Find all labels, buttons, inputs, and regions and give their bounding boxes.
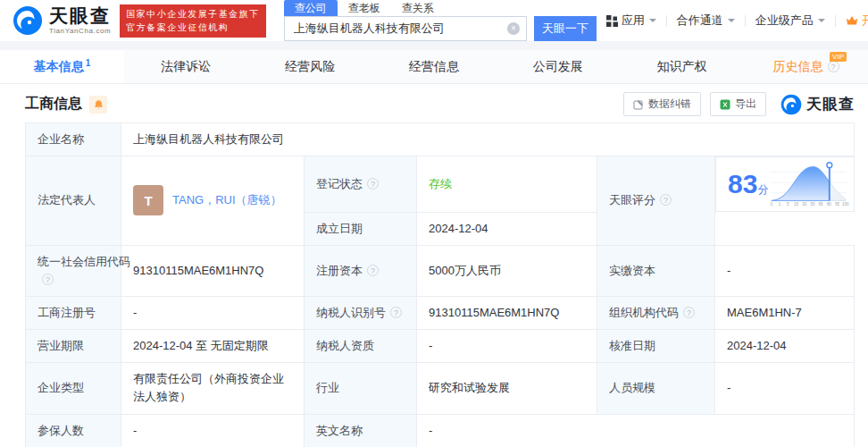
field-value-legal-rep: T TANG，RUI（唐锐） — [121, 156, 305, 246]
field-value-industry: 研究和试验发展 — [417, 363, 597, 414]
score-value: 83 — [728, 169, 757, 198]
field-label-taxpayer-qual: 纳税人资质 — [305, 330, 417, 363]
field-label-reg-capital: 注册资本 — [305, 245, 417, 296]
export-excel-icon — [720, 99, 730, 110]
question-icon[interactable] — [42, 274, 54, 285]
search-clear-icon[interactable] — [507, 22, 520, 35]
search-button[interactable]: 天眼一下 — [534, 16, 597, 41]
crown-icon — [846, 15, 858, 26]
gov-certification-badge: 国家中小企业发展子基金旗下 官方备案企业征信机构 — [120, 4, 266, 38]
svg-text:30: 30 — [803, 202, 807, 207]
search-tab-boss[interactable]: 查老板 — [338, 0, 391, 16]
search-tabs: 查公司 查老板 查关系 — [284, 0, 597, 16]
tab-legal-litigation[interactable]: 法律诉讼 — [124, 50, 248, 83]
search-tab-relation[interactable]: 查关系 — [391, 0, 445, 16]
field-label-legal-rep: 法定代表人 — [26, 156, 121, 246]
field-value-term: 2024-12-04 至 无固定期限 — [121, 330, 305, 363]
legal-rep-link[interactable]: TANG，RUI（唐锐） — [172, 191, 282, 209]
field-label-reg-status: 登记状态 — [305, 156, 417, 213]
company-detail-tabs: 基本信息1 法律诉讼 经营风险 经营信息 公司发展 知识产权 VIP 历史信息 — [0, 50, 868, 84]
watermark-logo: 天眼查 — [780, 94, 855, 115]
field-label-score: 天眼评分 — [597, 156, 715, 246]
field-label-en-name: 英文名称 — [305, 414, 417, 447]
svg-text:5: 5 — [787, 202, 789, 207]
svg-text:65: 65 — [819, 202, 823, 207]
field-label-company-name: 企业名称 — [26, 123, 121, 156]
tianyancha-logo-icon — [780, 94, 802, 115]
field-value-approval-date: 2024-12-04 — [715, 330, 855, 363]
edit-icon — [633, 99, 644, 110]
tab-business-info[interactable]: 经营信息 — [372, 50, 497, 83]
table-row: 工商注册号 - 纳税人识别号 91310115MAE6M1HN7Q 组织机构代码… — [26, 297, 855, 330]
field-label-term: 营业期限 — [26, 330, 121, 363]
question-icon[interactable] — [390, 307, 402, 318]
field-value-company-type: 有限责任公司（外商投资企业法人独资） — [121, 363, 305, 414]
monitor-bell-button[interactable] — [89, 96, 107, 114]
tab-history-info[interactable]: VIP 历史信息 — [744, 50, 868, 83]
svg-text:80: 80 — [827, 202, 831, 207]
section-title: 工商信息 — [25, 95, 82, 114]
field-value-staff-size: - — [715, 363, 855, 414]
field-label-paid-capital: 实缴资本 — [597, 245, 715, 296]
question-icon[interactable] — [367, 265, 379, 276]
field-label-reg-no: 工商注册号 — [26, 297, 121, 330]
svg-text:15: 15 — [794, 202, 798, 207]
field-value-taxpayer-qual: - — [417, 330, 597, 363]
field-label-industry: 行业 — [305, 363, 417, 414]
legal-rep-avatar[interactable]: T — [133, 185, 163, 215]
svg-text:1: 1 — [779, 202, 781, 207]
table-row: 参保人数 - 英文名称 - — [26, 414, 855, 447]
data-correction-button[interactable]: 数据纠错 — [623, 92, 701, 116]
tianyancha-logo[interactable]: 天眼查 TianYanCha.com — [13, 5, 111, 36]
svg-text:0: 0 — [771, 202, 773, 207]
field-label-est-date: 成立日期 — [305, 212, 417, 245]
vip-badge: VIP — [830, 52, 847, 62]
business-info-section-head: 工商信息 数据纠错 导出 天眼查 — [0, 84, 868, 122]
field-label-uscc: 统一社会信用代码 — [26, 245, 121, 296]
question-icon[interactable] — [828, 61, 839, 72]
field-label-insured: 参保人数 — [26, 414, 121, 447]
field-value-taxpayer-id: 91310115MAE6M1HN7Q — [417, 297, 597, 330]
tab-intellectual-property[interactable]: 知识产权 — [620, 50, 744, 83]
top-nav: 应用 合作通道 企业级产品 开通会员 肖青羽 — [597, 13, 868, 29]
page-gap — [0, 41, 868, 50]
field-value-company-name: 上海纵目机器人科技有限公司 — [121, 123, 855, 156]
score-distribution-chart: 0 1 5 15 30 50 65 80 95 100 — [768, 159, 849, 209]
search-area: 查公司 查老板 查关系 天眼一下 — [284, 0, 597, 41]
field-value-uscc: 91310115MAE6M1HN7Q — [121, 245, 305, 296]
nav-enterprise-products[interactable]: 企业级产品 — [746, 13, 835, 29]
nav-partner-channel[interactable]: 合作通道 — [667, 13, 745, 29]
tab-company-development[interactable]: 公司发展 — [496, 50, 620, 83]
svg-text:100: 100 — [842, 202, 849, 207]
tab-basic-info[interactable]: 基本信息1 — [0, 50, 124, 83]
apps-grid-icon — [606, 15, 618, 27]
brand-domain: TianYanCha.com — [49, 27, 111, 35]
table-row: 法定代表人 T TANG，RUI（唐锐） 登记状态 存续 天眼评分 83分 — [26, 156, 855, 213]
table-row: 企业类型 有限责任公司（外商投资企业法人独资） 行业 研究和试验发展 人员规模 … — [26, 363, 855, 414]
business-info-table: 企业名称 上海纵目机器人科技有限公司 法定代表人 T TANG，RUI（唐锐） … — [0, 122, 868, 447]
search-tab-company[interactable]: 查公司 — [284, 0, 338, 16]
table-row: 统一社会信用代码 91310115MAE6M1HN7Q 注册资本 5000万人民… — [26, 245, 855, 296]
question-icon[interactable] — [660, 194, 672, 206]
brand-name: 天眼查 — [49, 6, 111, 25]
nav-apps[interactable]: 应用 — [597, 13, 666, 29]
field-value-paid-capital: - — [715, 245, 855, 296]
nav-open-membership[interactable]: 开通会员 — [836, 13, 868, 29]
top-header: 天眼查 TianYanCha.com 国家中小企业发展子基金旗下 官方备案企业征… — [0, 0, 868, 41]
export-button[interactable]: 导出 — [710, 92, 766, 116]
table-row: 企业名称 上海纵目机器人科技有限公司 — [26, 123, 855, 156]
question-icon[interactable] — [367, 178, 379, 190]
tab-operation-risk[interactable]: 经营风险 — [248, 50, 372, 83]
field-value-org-code: MAE6M1HN-7 — [715, 297, 855, 330]
field-label-approval-date: 核准日期 — [597, 330, 715, 363]
search-input[interactable] — [284, 16, 527, 41]
question-icon[interactable] — [683, 307, 695, 318]
chevron-down-icon — [649, 19, 656, 26]
table-row: 营业期限 2024-12-04 至 无固定期限 纳税人资质 - 核准日期 202… — [26, 330, 855, 363]
svg-text:50: 50 — [811, 202, 815, 207]
field-value-reg-no: - — [121, 297, 305, 330]
chevron-down-icon — [818, 19, 825, 26]
field-label-taxpayer-id: 纳税人识别号 — [305, 297, 417, 330]
bell-icon — [94, 99, 104, 110]
field-value-en-name: - — [417, 414, 855, 447]
